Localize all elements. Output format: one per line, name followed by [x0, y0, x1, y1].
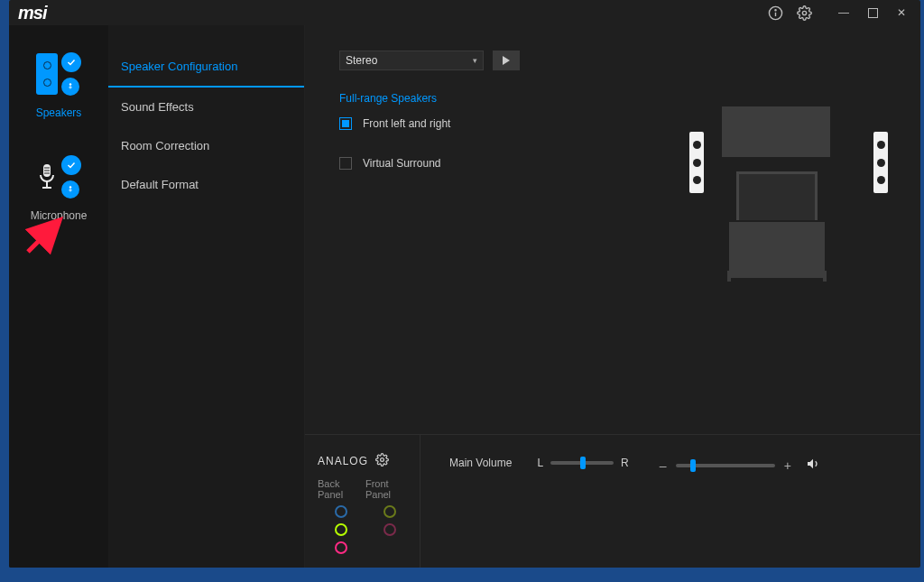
svg-point-2: [774, 9, 775, 10]
speakers-label: Speakers: [36, 106, 82, 119]
checkbox-front-lr[interactable]: [339, 117, 352, 130]
volume-plus-button[interactable]: +: [782, 458, 793, 473]
tab-room-correction[interactable]: Room Correction: [108, 126, 304, 165]
option-virtual-surround-label: Virtual Surround: [363, 157, 441, 170]
svg-point-3: [802, 11, 806, 14]
title-bar: msi — ✕: [9, 0, 920, 25]
room-speaker-right-icon[interactable]: [873, 132, 888, 193]
checkbox-virtual-surround[interactable]: [339, 157, 352, 170]
body: Speakers: [9, 25, 920, 568]
svg-point-14: [381, 458, 384, 462]
close-button[interactable]: ✕: [888, 2, 915, 23]
balance-left-label: L: [537, 457, 543, 469]
svg-point-12: [69, 186, 72, 189]
option-front-lr-label: Front left and right: [363, 117, 450, 130]
play-test-button[interactable]: [493, 51, 520, 70]
balance-right-label: R: [621, 457, 629, 469]
svg-marker-13: [503, 56, 510, 65]
check-badge-icon: [61, 155, 81, 175]
config-tabs: Speaker Configuration Sound Effects Room…: [108, 25, 305, 568]
device-sidebar: Speakers: [9, 25, 108, 568]
svg-rect-4: [868, 8, 877, 17]
settings-button[interactable]: [790, 2, 818, 23]
room-chair-icon: [729, 222, 825, 278]
brand-logo: msi: [18, 3, 46, 23]
room-monitor-icon: [722, 106, 830, 157]
svg-point-5: [69, 83, 72, 86]
back-panel-column: Back Panel: [318, 478, 365, 554]
back-port-2[interactable]: [335, 523, 347, 536]
front-port-2[interactable]: [383, 523, 396, 536]
balance-badge-icon: [61, 180, 79, 199]
room-speaker-left-icon[interactable]: [689, 132, 704, 193]
device-tab-microphone[interactable]: Microphone: [9, 155, 108, 238]
speaker-config-select[interactable]: Stereo ▾: [339, 51, 484, 70]
main-panel: Stereo ▾ Full-range Speakers Front left …: [305, 25, 920, 568]
room-desk-icon: [736, 171, 818, 220]
maximize-button[interactable]: [859, 2, 886, 23]
main-content: Stereo ▾ Full-range Speakers Front left …: [305, 25, 920, 434]
minimize-button[interactable]: —: [830, 2, 857, 23]
chevron-down-icon: ▾: [473, 56, 477, 65]
select-value: Stereo: [346, 54, 377, 67]
analog-label: ANALOG: [318, 455, 368, 467]
volume-area: Main Volume L R – +: [420, 435, 920, 568]
speaker-icon: [36, 53, 58, 95]
analog-panel: ANALOG Back Panel Front P: [305, 435, 420, 568]
gear-icon[interactable]: [375, 453, 389, 469]
info-button[interactable]: [762, 2, 789, 23]
volume-control: – +: [658, 457, 820, 474]
app-window: msi — ✕: [9, 0, 920, 568]
volume-slider[interactable]: [676, 464, 775, 467]
device-tab-speakers[interactable]: Speakers: [9, 52, 108, 135]
main-volume-label: Main Volume: [449, 457, 512, 469]
balance-control: L R: [537, 457, 628, 469]
section-title-full-range: Full-range Speakers: [339, 92, 920, 105]
microphone-label: Microphone: [31, 209, 88, 222]
tab-sound-effects[interactable]: Sound Effects: [108, 88, 304, 126]
microphone-icon: [36, 162, 58, 192]
front-port-1[interactable]: [383, 505, 396, 518]
balance-slider[interactable]: [550, 461, 614, 465]
room-visualization: [684, 106, 882, 296]
title-bar-controls: — ✕: [762, 2, 915, 23]
volume-minus-button[interactable]: –: [658, 458, 669, 473]
front-panel-label: Front Panel: [365, 478, 414, 500]
spacer: [819, 2, 828, 23]
front-panel-column: Front Panel: [365, 478, 414, 554]
back-port-3[interactable]: [335, 541, 347, 554]
check-badge-icon: [61, 52, 81, 72]
bottom-panel: ANALOG Back Panel Front P: [305, 434, 920, 568]
balance-badge-icon: [61, 78, 79, 96]
back-port-1[interactable]: [335, 505, 347, 518]
back-panel-label: Back Panel: [318, 478, 365, 500]
speaker-volume-icon[interactable]: [806, 457, 820, 474]
tab-speaker-configuration[interactable]: Speaker Configuration: [108, 47, 304, 88]
tab-default-format[interactable]: Default Format: [108, 165, 304, 204]
